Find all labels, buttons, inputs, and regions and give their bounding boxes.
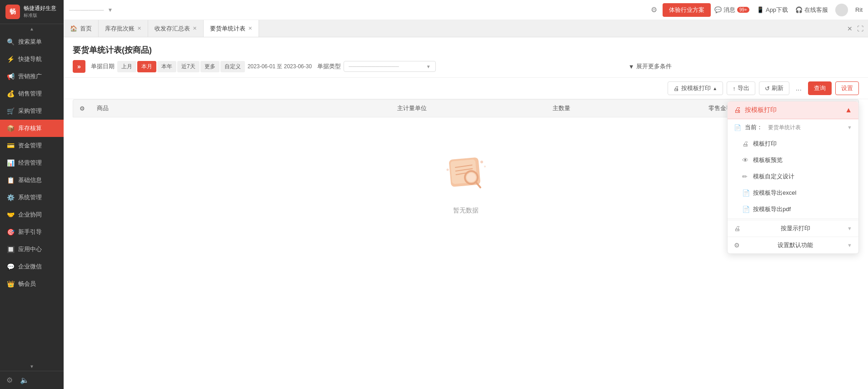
dropdown-item-template-design[interactable]: ✏ 模板自定义设计 <box>728 168 858 185</box>
date-btn-custom[interactable]: 自定义 <box>220 61 245 72</box>
sidebar-item-purchase[interactable]: 🛒 采购管理 <box>0 102 64 120</box>
inventory-icon: 📦 <box>6 125 15 132</box>
more-actions-btn[interactable]: ... <box>793 82 804 94</box>
refresh-btn[interactable]: ↺ 刷新 <box>759 81 789 95</box>
sidebar-scroll-down[interactable]: ▼ <box>0 362 64 371</box>
svg-point-9 <box>484 166 486 167</box>
enterprise-icon: 🤝 <box>6 211 15 218</box>
speaker-icon[interactable]: 🔈 <box>20 376 29 384</box>
lightning-icon: ⚡ <box>6 56 15 63</box>
messages-btn[interactable]: 💬 消息 99+ <box>714 6 749 14</box>
date-buttons: 上月 本月 本年 近7天 更多 自定义 <box>117 61 245 72</box>
current-label-icon: 📄 <box>734 124 741 131</box>
filter-expand-btn[interactable]: » <box>73 60 85 73</box>
sidebar-item-wechat[interactable]: 💬 企业微信 <box>0 258 64 275</box>
window-close-btn[interactable]: ✕ <box>847 25 853 32</box>
main-area: ───────── ▼ ⚙ 体验行业方案 💬 消息 99+ 📱 App下载 🎧 … <box>64 0 868 389</box>
date-btn-more[interactable]: 更多 <box>200 61 219 72</box>
sidebar-item-system[interactable]: ⚙️ 系统管理 <box>0 189 64 206</box>
purchase-icon: 🛒 <box>6 107 15 115</box>
export-pdf-icon: 📄 <box>742 206 749 213</box>
date-btn-last-month[interactable]: 上月 <box>117 61 136 72</box>
dropdown-item-export-pdf[interactable]: 📄 按模板导出pdf <box>728 201 858 217</box>
sidebar-item-marketing[interactable]: 📢 营销推广 <box>0 68 64 85</box>
expand-more-btn[interactable]: ▼ 展开更多条件 <box>619 60 681 73</box>
dropdown-current[interactable]: 📄 当前： 要货单统计表 ▼ <box>728 119 858 136</box>
app-download-btn[interactable]: 📱 App下载 <box>757 6 788 14</box>
dropdown-item-export-excel[interactable]: 📄 按模板导出excel <box>728 185 858 201</box>
dropdown-item-template-preview[interactable]: 👁 模板板预览 <box>728 152 858 168</box>
sidebar-item-shortcut[interactable]: ⚡ 快捷导航 <box>0 51 64 68</box>
export-btn[interactable]: ↑ 导出 <box>727 81 755 95</box>
sidebar-item-member[interactable]: 👑 畅会员 <box>0 275 64 293</box>
trial-button[interactable]: 体验行业方案 <box>663 3 711 17</box>
type-filter-group: 单据类型 ───────────── ▼ <box>317 61 435 72</box>
window-controls: ✕ ⛶ <box>843 20 868 37</box>
sidebar-item-sales[interactable]: 💰 销售管理 <box>0 85 64 102</box>
tab-batch-close[interactable]: ✕ <box>137 25 141 31</box>
dropdown-close-btn[interactable]: ▲ <box>845 106 852 114</box>
operation-icon: 📊 <box>6 159 15 167</box>
tab-collection[interactable]: 收发存汇总表 ✕ <box>148 20 204 37</box>
current-prefix: 当前： <box>745 123 763 131</box>
query-btn[interactable]: 查询 <box>808 81 832 95</box>
date-btn-this-month[interactable]: 本月 <box>137 61 156 72</box>
sidebar-item-search[interactable]: 🔍 搜索菜单 <box>0 33 64 51</box>
sidebar-item-operation[interactable]: 📊 经营管理 <box>0 154 64 172</box>
sidebar-item-basic[interactable]: 📋 基础信息 <box>0 172 64 189</box>
online-service-btn[interactable]: 🎧 在线客服 <box>795 6 828 14</box>
type-select[interactable]: ───────────── ▼ <box>344 61 435 72</box>
settings-btn[interactable]: 设置 <box>835 81 859 95</box>
empty-label: 暂无数据 <box>453 207 479 215</box>
topbar: ───────── ▼ ⚙ 体验行业方案 💬 消息 99+ 📱 App下载 🎧 … <box>64 0 868 20</box>
sidebar-item-inventory[interactable]: 📦 库存核算 <box>0 120 64 137</box>
sidebar-item-apps[interactable]: 🔲 应用中心 <box>0 241 64 258</box>
tab-order[interactable]: 要货单统计表 ✕ <box>204 20 259 37</box>
sidebar-item-guide[interactable]: 🎯 新手引导 <box>0 223 64 241</box>
finance-icon: 💳 <box>6 142 15 149</box>
tab-collection-close[interactable]: ✕ <box>193 25 197 31</box>
date-btn-this-year[interactable]: 本年 <box>157 61 176 72</box>
sidebar-scroll-up[interactable]: ▲ <box>0 24 64 33</box>
dropdown-header: 🖨 按模板打印 ▲ <box>728 101 858 119</box>
system-icon: ⚙️ <box>6 194 15 201</box>
search-icon: 🔍 <box>6 38 15 45</box>
topbar-settings-icon[interactable]: ⚙ <box>649 4 659 16</box>
tab-order-close[interactable]: ✕ <box>248 25 252 31</box>
settings-bottom-icon[interactable]: ⚙ <box>6 376 13 384</box>
dropdown-printer-icon: 🖨 <box>734 106 741 114</box>
export-icon: ↑ <box>733 85 736 92</box>
breadcrumb: ───────── ▼ <box>69 7 113 13</box>
sidebar-item-enterprise[interactable]: 🤝 企业协同 <box>0 206 64 223</box>
date-filter-group: 单据日期 上月 本月 本年 近7天 更多 自定义 2023-06-01 至 20… <box>91 61 312 72</box>
dropdown-default-func[interactable]: ⚙ 设置默认功能 ▼ <box>728 237 858 253</box>
display-print-arrow: ▼ <box>847 226 852 231</box>
window-expand-btn[interactable]: ⛶ <box>857 25 863 32</box>
template-design-icon: ✏ <box>742 173 749 180</box>
print-template-btn[interactable]: 🖨 按模板打印 ▲ <box>668 81 723 95</box>
expand-more-icon: ▼ <box>629 63 634 70</box>
logo-name: 畅捷通好生意 <box>24 5 56 12</box>
th-settings[interactable]: ⚙ <box>73 101 91 116</box>
dropdown-display-print[interactable]: 🖨 按显示打印 ▼ <box>728 220 858 237</box>
basic-icon: 📋 <box>6 177 15 184</box>
dropdown-item-template-print[interactable]: 🖨 模板打印 <box>728 136 858 152</box>
th-unit: 主计量单位 <box>392 100 547 117</box>
logo-icon: 畅 <box>5 5 20 19</box>
sidebar-nav: 🔍 搜索菜单 ⚡ 快捷导航 📢 营销推广 💰 销售管理 🛒 采购管理 📦 库存核… <box>0 33 64 362</box>
action-bar: 🖨 按模板打印 ▲ ↑ 导出 ↺ 刷新 ... 查询 设置 <box>64 78 868 99</box>
current-arrow-icon: ▼ <box>847 125 852 130</box>
display-print-icon: 🖨 <box>734 225 740 232</box>
avatar[interactable] <box>835 4 848 16</box>
tab-batch[interactable]: 库存批次账 ✕ <box>99 20 148 37</box>
sidebar-logo: 畅 畅捷通好生意 标准版 <box>0 0 64 24</box>
tab-home[interactable]: 🏠 首页 <box>64 20 99 37</box>
guide-icon: 🎯 <box>6 228 15 236</box>
date-label: 单据日期 <box>91 62 115 71</box>
chevron-up-icon: ▲ <box>713 86 717 91</box>
member-icon: 👑 <box>6 280 15 288</box>
date-btn-7days[interactable]: 近7天 <box>177 61 200 72</box>
page-title: 要货单统计表(按商品) <box>64 37 868 56</box>
sidebar-item-finance[interactable]: 💳 资金管理 <box>0 137 64 154</box>
th-product: 商品 <box>91 100 392 117</box>
